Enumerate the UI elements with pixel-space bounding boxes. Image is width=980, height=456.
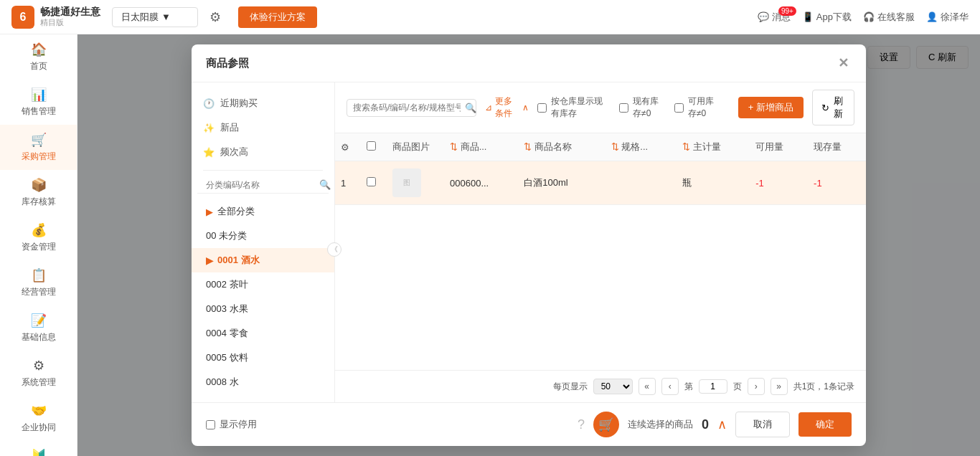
th-spec-label: 规格... bbox=[621, 141, 648, 152]
category-unclassified[interactable]: 00 未分类 bbox=[192, 224, 334, 248]
sidebar-item-basic-info[interactable]: 📝 基础信息 bbox=[0, 305, 77, 351]
category-search-input[interactable] bbox=[206, 180, 314, 190]
search-icon[interactable]: 🔍 bbox=[465, 103, 476, 113]
sidebar-item-home[interactable]: 🏠 首页 bbox=[0, 34, 77, 80]
category-0004[interactable]: 0004 零食 bbox=[192, 321, 334, 346]
store-selector[interactable]: 日太阳膜 ▼ bbox=[112, 7, 198, 27]
first-page-btn[interactable]: « bbox=[639, 378, 656, 395]
sidebar-item-operations[interactable]: 📋 经营管理 bbox=[0, 260, 77, 305]
disabled-checkbox[interactable] bbox=[206, 420, 215, 429]
th-checkbox[interactable] bbox=[361, 133, 387, 161]
operations-icon: 📋 bbox=[31, 267, 47, 283]
th-unit-label: 主计量 bbox=[693, 141, 721, 152]
row-image-cell: 图 bbox=[387, 161, 444, 205]
experience-btn[interactable]: 体验行业方案 bbox=[238, 6, 317, 28]
left-nav-recent[interactable]: 🕐 近期购买 bbox=[192, 91, 334, 115]
cart-count: 0 bbox=[702, 417, 709, 432]
row-checkbox-cell[interactable] bbox=[361, 161, 387, 205]
show-disabled-checkbox[interactable]: 显示停用 bbox=[206, 418, 257, 431]
left-nav-highfreq[interactable]: ⭐ 频次高 bbox=[192, 140, 334, 164]
category-0001[interactable]: ▶ 0001 酒水 bbox=[192, 248, 334, 272]
th-name[interactable]: ⇅ 商品名称 bbox=[518, 133, 605, 161]
th-unit[interactable]: ⇅ 主计量 bbox=[677, 133, 750, 161]
row-spec bbox=[606, 161, 677, 205]
username: 徐泽华 bbox=[941, 11, 969, 24]
top-nav: 6 畅捷通好生意 精目版 日太阳膜 ▼ ⚙ 体验行业方案 💬 消息 99+ 📱 … bbox=[0, 0, 980, 34]
sidebar-item-system[interactable]: ⚙ 系统管理 bbox=[0, 351, 77, 396]
left-nav-new[interactable]: ✨ 新品 bbox=[192, 115, 334, 140]
sidebar-label-home: 首页 bbox=[30, 60, 47, 72]
usable-filter-label: 可用库存≠0 bbox=[688, 95, 721, 120]
usable-checkbox[interactable] bbox=[674, 103, 684, 113]
th-code[interactable]: ⇅ 商品... bbox=[444, 133, 518, 161]
sidebar-item-sales[interactable]: 📊 销售管理 bbox=[0, 80, 77, 125]
add-product-btn[interactable]: + 新增商品 bbox=[738, 97, 804, 118]
per-page-select[interactable]: 50 100 200 bbox=[593, 379, 633, 394]
sidebar-item-inventory[interactable]: 📦 库存核算 bbox=[0, 170, 77, 215]
product-thumbnail: 图 bbox=[392, 168, 421, 197]
enterprise-icon: 🤝 bbox=[31, 403, 47, 419]
row-checkbox[interactable] bbox=[367, 177, 376, 186]
row-name: 白酒100ml bbox=[518, 161, 605, 205]
th-available-label: 可用量 bbox=[755, 141, 783, 152]
left-collapse-btn[interactable]: 《 bbox=[327, 242, 341, 257]
sidebar-item-guide[interactable]: 🔰 新手引导 bbox=[0, 441, 77, 456]
usable-filter[interactable]: 可用库存≠0 bbox=[674, 95, 721, 120]
nav-user[interactable]: 👤 徐泽华 bbox=[926, 11, 969, 24]
sort-name-icon: ⇅ bbox=[524, 141, 532, 152]
next-page-btn[interactable]: › bbox=[748, 378, 765, 395]
star-icon: ⭐ bbox=[203, 147, 215, 158]
confirm-btn[interactable]: 确定 bbox=[798, 412, 852, 437]
modal-close-btn[interactable]: ✕ bbox=[834, 54, 852, 72]
sidebar-item-purchase[interactable]: 🛒 采购管理 bbox=[0, 125, 77, 170]
category-all[interactable]: ▶ 全部分类 bbox=[192, 199, 334, 224]
category-0003[interactable]: 0003 水果 bbox=[192, 297, 334, 321]
product-search-input[interactable] bbox=[353, 103, 461, 113]
available-filter[interactable]: 现有库存≠0 bbox=[619, 95, 666, 120]
category-list: ▶ 全部分类 00 未分类 ▶ 0001 酒水 0002 茶 bbox=[192, 199, 334, 394]
sidebar-item-enterprise[interactable]: 🤝 企业协同 bbox=[0, 396, 77, 441]
expand-icon[interactable]: ∧ bbox=[717, 417, 727, 432]
last-page-btn[interactable]: » bbox=[771, 378, 788, 395]
th-spec[interactable]: ⇅ 规格... bbox=[606, 133, 677, 161]
category-0002[interactable]: 0002 茶叶 bbox=[192, 272, 334, 297]
total-info: 共1页，1条记录 bbox=[793, 381, 854, 393]
warehouse-checkbox[interactable] bbox=[537, 103, 547, 113]
available-checkbox[interactable] bbox=[619, 103, 628, 113]
warehouse-filter[interactable]: 按仓库显示现有库存 bbox=[537, 95, 611, 120]
cancel-btn[interactable]: 取消 bbox=[735, 412, 790, 437]
prev-page-btn[interactable]: ‹ bbox=[661, 378, 679, 395]
cat-all-arrow: ▶ bbox=[206, 206, 213, 217]
filter-label: 更多条件 bbox=[495, 95, 519, 120]
cat-00-label: 00 未分类 bbox=[206, 229, 247, 242]
table-row[interactable]: 1 图 bbox=[335, 161, 866, 205]
page-input[interactable] bbox=[699, 379, 727, 394]
filter-btn[interactable]: ⊿ 更多条件 ∧ bbox=[485, 95, 529, 120]
message-icon: 💬 bbox=[758, 11, 769, 22]
sidebar-label-operations: 经营管理 bbox=[22, 286, 56, 298]
nav-app-download[interactable]: 📱 App下载 bbox=[802, 11, 852, 24]
modal-left-panel: 🕐 近期购买 ✨ 新品 ⭐ 频次高 bbox=[192, 82, 335, 402]
help-icon[interactable]: ? bbox=[578, 417, 585, 432]
select-all-checkbox[interactable] bbox=[367, 141, 376, 151]
modal-body: 🕐 近期购买 ✨ 新品 ⭐ 频次高 bbox=[192, 82, 866, 402]
available-filter-label: 现有库存≠0 bbox=[633, 95, 666, 120]
toolbar-search-box: 🔍 bbox=[347, 99, 476, 117]
nav-settings-icon[interactable]: ⚙ bbox=[204, 6, 227, 29]
category-0008[interactable]: 0008 水 bbox=[192, 370, 334, 394]
cart-icon[interactable]: 🛒 bbox=[593, 412, 619, 437]
per-page-label: 每页显示 bbox=[553, 381, 588, 393]
mobile-icon: 📱 bbox=[802, 11, 814, 22]
nav-message[interactable]: 💬 消息 99+ bbox=[758, 11, 791, 24]
sidebar-item-finance[interactable]: 💰 资金管理 bbox=[0, 215, 77, 260]
th-settings[interactable]: ⚙ bbox=[335, 133, 361, 161]
category-search-icon[interactable]: 🔍 bbox=[319, 179, 331, 190]
category-0005[interactable]: 0005 饮料 bbox=[192, 346, 334, 370]
nav-online-service[interactable]: 🎧 在线客服 bbox=[863, 11, 915, 24]
refresh-btn[interactable]: ↻ 刷新 bbox=[812, 90, 854, 125]
th-image-label: 商品图片 bbox=[392, 141, 430, 152]
modal-right-panel: 🔍 ⊿ 更多条件 ∧ 按仓库显示现有库存 bbox=[335, 82, 866, 402]
sales-icon: 📊 bbox=[31, 87, 47, 103]
message-badge: 99+ bbox=[778, 6, 796, 16]
warehouse-filter-label: 按仓库显示现有库存 bbox=[551, 95, 611, 120]
